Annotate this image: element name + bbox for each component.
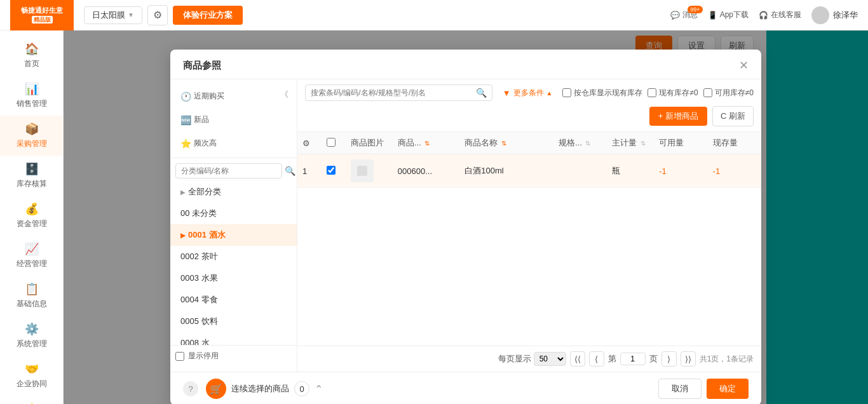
main-layout: 🏠 首页 📊 销售管理 📦 采购管理 🗄️ 库存核算 💰 资金管理 📈 经营管理… xyxy=(0,30,868,404)
col-header-code[interactable]: 商品... ⇅ xyxy=(393,132,459,154)
page-label: 第 xyxy=(608,353,616,365)
store-dropdown[interactable]: 日太阳膜 ▼ xyxy=(84,6,142,24)
row-stock: -1 xyxy=(708,154,761,188)
recent-purchase-btn[interactable]: 🕐 近期购买 xyxy=(175,87,274,105)
col-header-name[interactable]: 商品名称 ⇅ xyxy=(459,132,553,154)
sidebar-item-system[interactable]: ⚙️ 系统管理 xyxy=(0,316,63,356)
close-icon[interactable]: ✕ xyxy=(739,58,749,72)
help-icon[interactable]: ? xyxy=(183,381,198,396)
product-search-icon[interactable]: 🔍 xyxy=(476,88,487,98)
col-stock-label: 现存量 xyxy=(713,138,738,147)
category-item-snacks[interactable]: 0004 零食 xyxy=(170,289,297,311)
stock-nonzero-label: 现有库存≠0 xyxy=(659,88,698,98)
per-page-area: 每页显示 50 20 100 xyxy=(498,352,566,366)
app-download-area[interactable]: 📱 App下载 xyxy=(708,10,749,20)
settings-icon[interactable]: ⚙ xyxy=(147,5,168,25)
category-item-all[interactable]: ▶ 全部分类 xyxy=(170,181,297,203)
last-page-btn[interactable]: ⟩⟩ xyxy=(681,351,696,367)
quick-filter-area: 🕐 近期购买 《 xyxy=(170,84,297,108)
avail-nonzero-checkbox-area[interactable]: 可用库存≠0 xyxy=(703,88,754,98)
frequent-btn[interactable]: ⭐ 频次高 xyxy=(175,134,292,152)
svg-point-1 xyxy=(814,18,827,24)
warehouse-checkbox[interactable] xyxy=(562,88,571,97)
sidebar-item-home[interactable]: 🏠 首页 xyxy=(0,36,63,76)
category-item-unclassified[interactable]: 00 未分类 xyxy=(170,203,297,224)
category-item-liquor[interactable]: ▶ 0001 酒水 xyxy=(170,224,297,246)
col-img-label: 商品图片 xyxy=(351,138,384,147)
chevron-down-icon: ▼ xyxy=(128,11,134,18)
confirm-button[interactable]: 确定 xyxy=(707,379,749,399)
col-code-label: 商品... xyxy=(398,138,421,147)
modal-footer: ? 🛒 连续选择的商品 0 ⌃ 取消 确定 xyxy=(170,372,761,404)
col-header-stock[interactable]: 现存量 xyxy=(708,132,761,154)
category-item-water[interactable]: 0008 水 xyxy=(170,332,297,345)
sidebar-item-collab[interactable]: 🤝 企业协同 xyxy=(0,356,63,396)
arrow-right-icon: ▶ xyxy=(180,189,186,196)
next-page-btn[interactable]: ⟩ xyxy=(661,351,677,367)
sidebar-item-finance[interactable]: 💰 资金管理 xyxy=(0,196,63,236)
show-disabled-checkbox[interactable] xyxy=(175,352,184,361)
user-area[interactable]: 徐泽华 xyxy=(811,6,858,24)
total-info: 共1页，1条记录 xyxy=(700,354,754,365)
col-header-avail[interactable]: 可用量 xyxy=(654,132,707,154)
more-filter-btn[interactable]: ▼ 更多条件 ▲ xyxy=(498,85,558,101)
select-all-checkbox[interactable] xyxy=(327,138,336,147)
footer-actions: 取消 确定 xyxy=(658,379,749,399)
breadcrumb-area: 日太阳膜 ▼ ⚙ 体验行业方案 xyxy=(84,5,243,25)
sort-unit-icon: ⇅ xyxy=(641,140,646,147)
warehouse-checkbox-label: 按仓库显示现有库存 xyxy=(574,88,642,98)
stock-nonzero-checkbox-area[interactable]: 现有库存≠0 xyxy=(648,88,698,98)
online-service-area[interactable]: 🎧 在线客服 xyxy=(759,10,801,20)
category-item-beverage[interactable]: 0005 饮料 xyxy=(170,311,297,332)
first-page-btn[interactable]: ⟨⟨ xyxy=(570,351,585,367)
product-search-input[interactable] xyxy=(311,88,476,97)
sidebar-item-sales[interactable]: 📊 销售管理 xyxy=(0,76,63,116)
row-checkbox[interactable] xyxy=(327,166,336,175)
new-icon: 🆕 xyxy=(180,115,191,125)
category-item-fruit[interactable]: 0003 水果 xyxy=(170,267,297,289)
cart-area[interactable]: 🛒 连续选择的商品 0 ⌃ xyxy=(206,379,323,399)
per-page-select[interactable]: 50 20 100 xyxy=(534,352,566,366)
product-table: ⚙ 商品图片 商品... xyxy=(297,132,761,188)
warehouse-checkbox-area[interactable]: 按仓库显示现有库存 xyxy=(562,88,642,98)
collapse-icon[interactable]: 《 xyxy=(276,87,292,102)
chevron-up-icon[interactable]: ⌃ xyxy=(315,383,323,395)
sidebar-item-inventory[interactable]: 🗄️ 库存核算 xyxy=(0,156,63,196)
headphone-icon: 🎧 xyxy=(759,11,768,20)
new-items-btn[interactable]: 🆕 新品 xyxy=(175,111,292,129)
avail-nonzero-label: 可用库存≠0 xyxy=(715,88,754,98)
refresh-button[interactable]: C 刷新 xyxy=(712,106,754,126)
sidebar-item-guide[interactable]: 🌟 新手引导 xyxy=(0,396,63,404)
category-item-tea[interactable]: 0002 茶叶 xyxy=(170,246,297,267)
messages-area[interactable]: 💬 消息 99+ xyxy=(670,10,698,20)
row-checkbox-cell[interactable] xyxy=(322,154,346,188)
sidebar-label-purchase: 采购管理 xyxy=(17,138,47,149)
avail-nonzero-checkbox[interactable] xyxy=(703,88,712,97)
cart-count: 0 xyxy=(294,381,309,396)
show-disabled-toggle[interactable]: 显示停用 xyxy=(175,351,292,361)
category-search-input[interactable] xyxy=(175,163,282,178)
col-unit-label: 主计量 xyxy=(612,138,637,147)
cancel-button[interactable]: 取消 xyxy=(658,379,702,399)
new-items-label: 新品 xyxy=(194,114,209,125)
prev-page-btn[interactable]: ⟨ xyxy=(589,351,604,367)
category-search-icon[interactable]: 🔍 xyxy=(285,166,295,176)
sidebar-item-operations[interactable]: 📈 经营管理 xyxy=(0,236,63,276)
row-unit: 瓶 xyxy=(607,154,654,188)
sidebar-item-basics[interactable]: 📋 基础信息 xyxy=(0,276,63,316)
trial-button[interactable]: 体验行业方案 xyxy=(173,6,243,25)
sidebar-item-purchase[interactable]: 📦 采购管理 xyxy=(0,116,63,156)
home-icon: 🏠 xyxy=(25,42,39,56)
col-header-settings[interactable]: ⚙ xyxy=(297,132,322,154)
table-row[interactable]: 1 xyxy=(297,154,761,188)
online-service-label: 在线客服 xyxy=(771,10,801,20)
col-header-unit[interactable]: 主计量 ⇅ xyxy=(607,132,654,154)
stock-nonzero-checkbox[interactable] xyxy=(648,88,656,97)
avail-value: -1 xyxy=(659,166,667,176)
messages-badge: 99+ xyxy=(688,6,702,13)
chevron-up-icon: ▲ xyxy=(546,90,553,97)
col-header-spec[interactable]: 规格... ⇅ xyxy=(553,132,607,154)
pagination: 每页显示 50 20 100 ⟨⟨ ⟨ 第 页 xyxy=(297,346,761,372)
page-number-input[interactable] xyxy=(620,353,646,365)
new-product-button[interactable]: + 新增商品 xyxy=(649,107,707,126)
